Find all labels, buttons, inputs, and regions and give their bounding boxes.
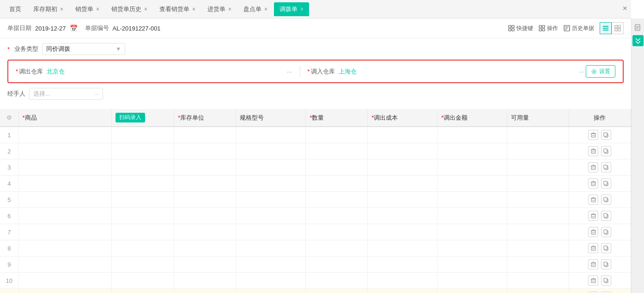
row-4-quantity[interactable] xyxy=(306,176,368,192)
row-8-unit[interactable] xyxy=(174,240,236,256)
row-5-transfer-cost[interactable] xyxy=(368,192,437,208)
row-8-transfer-amount[interactable] xyxy=(437,240,507,256)
row-9-transfer-amount[interactable] xyxy=(437,256,507,273)
row-2-delete-button[interactable] xyxy=(588,146,598,156)
row-3-transfer-cost[interactable] xyxy=(368,159,437,176)
row-8-transfer-cost[interactable] xyxy=(368,240,437,256)
row-3-copy-button[interactable] xyxy=(601,162,611,172)
row-6-spec[interactable] xyxy=(236,208,306,224)
tab-inventory-init-close[interactable]: × xyxy=(60,6,63,12)
operation-button[interactable]: 操作 xyxy=(539,24,558,32)
row-1-transfer-amount[interactable] xyxy=(437,127,507,143)
handler-more-icon[interactable]: ··· xyxy=(95,91,99,97)
row-3-transfer-amount[interactable] xyxy=(437,159,507,176)
row-3-delete-button[interactable] xyxy=(588,162,598,172)
row-5-spec[interactable] xyxy=(236,192,306,208)
row-4-transfer-cost[interactable] xyxy=(368,176,437,192)
row-3-unit[interactable] xyxy=(174,159,236,176)
sidebar-doc-icon[interactable] xyxy=(632,22,644,33)
row-9-unit[interactable] xyxy=(174,256,236,273)
row-1-delete-button[interactable] xyxy=(588,130,598,140)
calendar-icon[interactable]: 📅 xyxy=(70,24,78,32)
row-9-copy-button[interactable] xyxy=(601,259,611,269)
tab-stocktake-close[interactable]: × xyxy=(264,6,267,12)
row-6-copy-button[interactable] xyxy=(601,211,611,221)
transfer-in-more-icon[interactable]: ··· xyxy=(578,68,584,75)
row-3-spec[interactable] xyxy=(236,159,306,176)
row-9-spec[interactable] xyxy=(236,256,306,273)
tab-sales-history[interactable]: 销货单历史 × xyxy=(106,2,153,16)
row-8-delete-button[interactable] xyxy=(588,243,598,253)
row-5-delete-button[interactable] xyxy=(588,195,598,205)
row-10-unit[interactable] xyxy=(174,273,236,289)
row-8-spec[interactable] xyxy=(236,240,306,256)
row-10-transfer-amount[interactable] xyxy=(437,273,507,289)
scan-button[interactable]: 扫码录入 xyxy=(115,113,145,122)
row-8-product[interactable] xyxy=(18,240,111,256)
tab-view-sales-close[interactable]: × xyxy=(192,6,195,12)
row-1-quantity[interactable] xyxy=(306,127,368,143)
tab-purchase-close[interactable]: × xyxy=(228,6,231,12)
row-2-spec[interactable] xyxy=(236,143,306,159)
row-3-quantity[interactable] xyxy=(306,159,368,176)
handler-select[interactable]: 选择... ··· xyxy=(29,88,103,100)
row-1-transfer-cost[interactable] xyxy=(368,127,437,143)
row-6-delete-button[interactable] xyxy=(588,211,598,221)
row-5-quantity[interactable] xyxy=(306,192,368,208)
row-6-unit[interactable] xyxy=(174,208,236,224)
row-7-spec[interactable] xyxy=(236,224,306,240)
row-3-product[interactable] xyxy=(18,159,111,176)
row-4-delete-button[interactable] xyxy=(588,178,598,189)
tab-purchase[interactable]: 进货单 × xyxy=(202,2,237,16)
row-5-transfer-amount[interactable] xyxy=(437,192,507,208)
row-10-spec[interactable] xyxy=(236,273,306,289)
row-7-delete-button[interactable] xyxy=(588,227,598,237)
row-2-unit[interactable] xyxy=(174,143,236,159)
row-4-spec[interactable] xyxy=(236,176,306,192)
row-7-unit[interactable] xyxy=(174,224,236,240)
row-1-product[interactable] xyxy=(18,127,111,143)
row-5-copy-button[interactable] xyxy=(601,195,611,205)
row-7-quantity[interactable] xyxy=(306,224,368,240)
transfer-out-more-icon[interactable]: ··· xyxy=(287,68,292,75)
row-2-transfer-amount[interactable] xyxy=(437,143,507,159)
row-1-spec[interactable] xyxy=(236,127,306,143)
row-10-quantity[interactable] xyxy=(306,273,368,289)
sidebar-expand-icon[interactable] xyxy=(632,35,644,46)
row-2-product[interactable] xyxy=(18,143,111,159)
business-type-dropdown-icon[interactable]: ▼ xyxy=(115,46,121,52)
grid-view-button[interactable] xyxy=(612,22,624,34)
tab-transfer[interactable]: 调拨单 × xyxy=(274,2,309,16)
history-button[interactable]: 历史单据 xyxy=(564,24,594,32)
row-6-transfer-cost[interactable] xyxy=(368,208,437,224)
row-10-transfer-cost[interactable] xyxy=(368,273,437,289)
row-1-copy-button[interactable] xyxy=(601,130,611,140)
tab-sales-history-close[interactable]: × xyxy=(144,6,147,12)
setting-button[interactable]: 设置 xyxy=(586,65,615,78)
row-4-unit[interactable] xyxy=(174,176,236,192)
tab-sales-order[interactable]: 销货单 × xyxy=(70,2,105,16)
window-close-button[interactable]: × xyxy=(622,4,627,13)
row-2-copy-button[interactable] xyxy=(601,146,611,156)
row-9-delete-button[interactable] xyxy=(588,259,598,269)
tab-home[interactable]: 首页 xyxy=(4,2,27,16)
row-6-quantity[interactable] xyxy=(306,208,368,224)
row-10-delete-button[interactable] xyxy=(588,275,598,286)
row-8-quantity[interactable] xyxy=(306,240,368,256)
row-1-unit[interactable] xyxy=(174,127,236,143)
row-5-unit[interactable] xyxy=(174,192,236,208)
row-5-product[interactable] xyxy=(18,192,111,208)
row-2-transfer-cost[interactable] xyxy=(368,143,437,159)
row-9-quantity[interactable] xyxy=(306,256,368,273)
row-4-copy-button[interactable] xyxy=(601,178,611,189)
row-10-product[interactable] xyxy=(18,273,111,289)
business-type-select[interactable]: 同价调拨 ▼ xyxy=(42,43,125,55)
row-7-transfer-amount[interactable] xyxy=(437,224,507,240)
settings-gear-icon[interactable]: ⚙ xyxy=(6,114,12,121)
row-10-copy-button[interactable] xyxy=(601,275,611,286)
tab-sales-order-close[interactable]: × xyxy=(96,6,99,12)
row-6-transfer-amount[interactable] xyxy=(437,208,507,224)
row-4-product[interactable] xyxy=(18,176,111,192)
row-7-product[interactable] xyxy=(18,224,111,240)
list-view-button[interactable] xyxy=(600,22,612,34)
